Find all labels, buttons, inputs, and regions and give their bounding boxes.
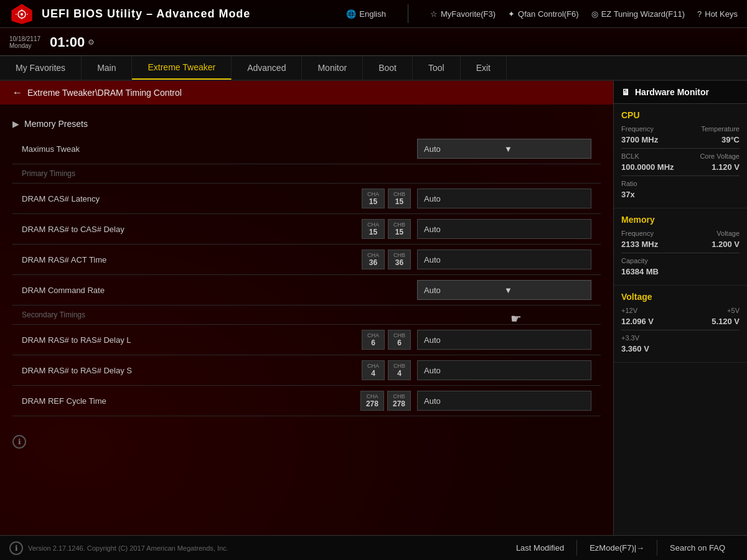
cha-value-3: 36 [369,258,377,267]
cpu-divider-2 [621,175,740,176]
cpu-section: CPU Frequency Temperature 3700 MHz 39°C … [614,104,747,208]
dram-ref-cycle-row: DRAM REF Cycle Time CHA 278 CHB 278 Auto [12,386,601,416]
last-modified-button[interactable]: Last Modified [504,540,577,556]
header-bottom: 10/18/2117 Monday 01:00 ⚙ [0,28,747,56]
cpu-frequency-value: 3700 MHz [621,135,658,144]
nav-item-extremetweaker[interactable]: Extreme Tweaker [132,56,232,80]
dram-cmd-rate-dropdown[interactable]: Auto ▼ [417,280,591,300]
qfan-label: Qfan Control(F6) [518,9,579,19]
time-display: 01:00 ⚙ [50,34,95,50]
chb-value-5: 6 [397,338,402,347]
dram-ras-delay-s-value: Auto [424,366,441,375]
myfavorite-label: MyFavorite(F3) [441,9,496,19]
dram-ref-cycle-input[interactable]: Auto [417,391,591,411]
chb-label-1: CHB [393,191,405,197]
memory-capacity-label: Capacity [621,257,648,264]
hotkeys-button[interactable]: ? Hot Keys [697,9,738,19]
voltage-divider [621,330,740,330]
content-wrapper: ← Extreme Tweaker\DRAM Timing Control ▶ … [0,81,747,535]
chb-label-2: CHB [393,222,405,228]
chb-label-3: CHB [393,252,405,258]
maximus-tweak-dropdown[interactable]: Auto ▼ [417,139,591,159]
footer-info-icon[interactable]: ℹ [9,541,23,555]
voltage-33-value: 3.360 V [621,344,649,353]
memory-frequency-label: Frequency [621,230,654,237]
cha-value-7: 278 [366,399,378,408]
language-selector[interactable]: 🌐 English [346,9,386,19]
nav-item-advanced[interactable]: Advanced [232,56,302,80]
nav-myfavorites-label: My Favorites [16,63,65,73]
dram-cas-value: Auto [424,194,441,203]
eztuning-button[interactable]: ◎ EZ Tuning Wizard(F11) [591,9,685,19]
hardware-monitor-sidebar: 🖥 Hardware Monitor CPU Frequency Tempera… [613,81,747,535]
chb-value-6: 4 [397,369,402,378]
dram-ras-act-cha-box: CHA 36 [362,250,385,269]
dropdown-arrow-icon: ▼ [504,144,585,154]
dram-ras-delay-s-channels: CHA 4 CHB 4 [362,360,411,380]
search-faq-button[interactable]: Search on FAQ [657,540,738,556]
cpu-ratio-value-row: 37x [621,190,740,199]
dram-ref-cycle-cha-box: CHA 278 [360,391,384,411]
nav-item-tool[interactable]: Tool [413,56,461,80]
dram-ref-cycle-chb-box: CHB 278 [387,391,411,411]
breadcrumb: ← Extreme Tweaker\DRAM Timing Control [0,81,613,105]
nav-item-myfavorites[interactable]: My Favorites [0,56,82,80]
language-label: English [359,9,386,19]
dram-cmd-rate-label: DRAM Command Rate [22,286,417,295]
dram-ras-delay-l-row: DRAM RAS# to RAS# Delay L CHA 6 CHB 6 Au… [12,325,601,355]
dram-ras-delay-l-input[interactable]: Auto [417,330,591,350]
voltage-33-label: +3.3V [621,334,639,342]
dram-ras-cas-value: Auto [424,225,441,234]
memory-voltage-label: Voltage [716,230,740,237]
cpu-bclk-value-row: 100.0000 MHz 1.120 V [621,162,740,172]
maximus-tweak-label: Maximus Tweak [22,144,417,154]
footer: ℹ Version 2.17.1246. Copyright (C) 2017 … [0,535,747,560]
nav-item-boot[interactable]: Boot [363,56,413,80]
dram-ras-delay-s-input[interactable]: Auto [417,360,591,380]
back-arrow-icon[interactable]: ← [12,87,22,98]
nav-item-main[interactable]: Main [82,56,132,80]
cmd-rate-dropdown-arrow-icon: ▼ [504,286,585,295]
cha-value-5: 6 [371,338,375,347]
info-icon: ℹ [12,435,26,449]
dram-ras-cas-row: DRAM RAS# to CAS# Delay CHA 15 CHB 15 Au… [12,214,601,245]
cpu-temperature-label: Temperature [701,125,740,133]
nav-exit-label: Exit [476,63,491,73]
qfan-button[interactable]: ✦ Qfan Control(F6) [508,9,579,19]
dram-ras-act-label: DRAM RAS# ACT Time [22,255,362,264]
memory-frequency-value-row: 2133 MHz 1.200 V [621,240,740,249]
memory-presets-header[interactable]: ▶ Memory Presets [12,114,601,134]
chb-label-6: CHB [393,363,405,369]
dram-ras-delay-l-label: DRAM RAS# to RAS# Delay L [22,335,362,345]
hardware-monitor-title: 🖥 Hardware Monitor [614,81,747,104]
nav-item-exit[interactable]: Exit [461,56,507,80]
primary-timings-label: Primary Timings [22,169,75,178]
myfavorite-button[interactable]: ☆ MyFavorite(F3) [430,9,496,19]
voltage-12-value: 12.096 V [621,317,654,326]
settings-icon[interactable]: ⚙ [88,38,95,47]
dram-cas-input[interactable]: Auto [417,189,591,208]
cha-value-2: 15 [369,228,377,236]
nav-item-monitor[interactable]: Monitor [302,56,363,80]
ezmode-button[interactable]: EzMode(F7)|→ [577,540,657,556]
cpu-frequency-label: Frequency [621,125,654,133]
footer-left: ℹ Version 2.17.1246. Copyright (C) 2017 … [9,541,228,555]
dram-ras-act-value: Auto [424,255,441,264]
dram-ras-delay-l-cha-box: CHA 6 [362,330,385,350]
header-top: UEFI BIOS Utility – Advanced Mode 🌐 Engl… [0,0,747,28]
cha-label-1: CHA [367,191,379,197]
memory-voltage-value: 1.200 V [712,240,740,249]
dram-ras-delay-s-row: DRAM RAS# to RAS# Delay S CHA 4 CHB 4 Au… [12,355,601,386]
dram-ras-cas-input[interactable]: Auto [417,219,591,239]
cpu-divider-1 [621,148,740,149]
time-text: 01:00 [50,34,85,50]
settings-area: ▶ Memory Presets Maximus Tweak Auto ▼ Pr… [0,105,613,426]
nav-boot-label: Boot [378,63,397,73]
cha-label-2: CHA [367,222,379,228]
cpu-bclk-row: BCLK Core Voltage [621,152,740,160]
rog-logo-icon [9,3,34,25]
dram-ras-act-input[interactable]: Auto [417,250,591,269]
footer-right: Last Modified EzMode(F7)|→ Search on FAQ [504,540,738,556]
day-text: Monday [9,42,40,49]
nav-extremetweaker-label: Extreme Tweaker [148,62,215,72]
